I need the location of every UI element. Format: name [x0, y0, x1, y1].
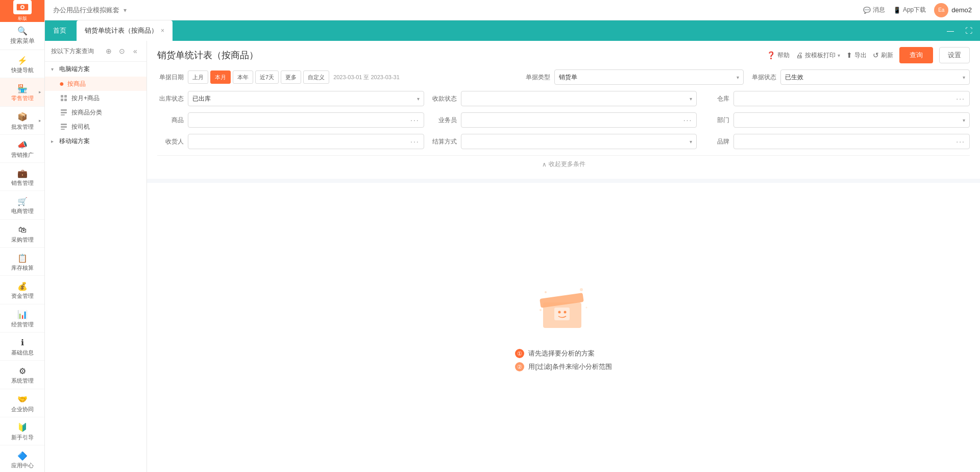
query-button[interactable]: 查询 [899, 47, 933, 63]
finance-label: 资金管理 [11, 292, 34, 299]
bill-status-value: 已生效 [785, 73, 803, 82]
sidebar-item-purchase[interactable]: 🛍 采购管理 [0, 220, 44, 248]
bill-type-input[interactable]: 销货单 ▾ [554, 69, 744, 85]
guide-label: 新手引导 [11, 434, 34, 441]
tab-maximize-button[interactable]: ⛶ [962, 23, 976, 38]
help-icon: ❓ [767, 51, 775, 59]
sidebar-item-guide[interactable]: 🔰 新手引导 [0, 417, 44, 445]
sidebar-item-finance[interactable]: 💰 资金管理 [0, 276, 44, 304]
apps-icon: 🔷 [17, 451, 28, 461]
export-button[interactable]: ⬆ 导出 [846, 51, 867, 60]
tree-desktop-group[interactable]: ▾ 电脑端方案 [45, 62, 146, 77]
filter-warehouse: 仓库 ··· [703, 91, 970, 106]
sidebar-item-enterprise[interactable]: 🤝 企业协同 [0, 389, 44, 417]
empty-box-svg [533, 279, 594, 331]
finance-icon: 💰 [17, 281, 28, 291]
date-last-month-button[interactable]: 上月 [188, 70, 208, 84]
export-icon: ⬆ [846, 51, 852, 59]
page-title: 销货单统计表（按商品） [157, 49, 258, 61]
user-name: demo2 [951, 6, 972, 14]
wholesale-arrow: ▸ [39, 118, 41, 123]
tree-item-by-goods[interactable]: ● 按商品 [45, 77, 146, 91]
system-label: 系统管理 [11, 377, 34, 384]
print-arrow: ▾ [838, 53, 840, 58]
step-1-num: ① [515, 349, 524, 358]
goods-input[interactable]: ··· [188, 112, 424, 128]
sidebar-item-apps[interactable]: 🔷 应用中心 [0, 445, 44, 472]
tab-minimize-button[interactable]: — [943, 23, 958, 38]
sidebar-search-label: 搜索菜单 [10, 37, 35, 45]
topbar-right: 💬 消息 📱 App下载 Ea demo2 [863, 3, 972, 17]
filter-brand: 品牌 ··· [703, 134, 970, 149]
date-this-month-button[interactable]: 本月 [210, 70, 231, 84]
collapse-filters-button[interactable]: ∧ 收起更多条件 [157, 155, 970, 173]
bill-type-value: 销货单 [559, 73, 577, 82]
print-button[interactable]: 🖨 按模板打印 ▾ [796, 51, 840, 60]
help-label: 帮助 [777, 51, 790, 60]
collapse-arrow-icon: ∧ [542, 161, 547, 168]
sidebar-item-quicknav[interactable]: ⚡ 快捷导航 [0, 50, 44, 78]
edit-scheme-button[interactable]: ⊙ [117, 46, 127, 56]
breadcrumb-dropdown[interactable]: ▾ [124, 7, 127, 14]
sidebar-item-wholesale[interactable]: 📦 批发管理 ▸ [0, 107, 44, 135]
quicknav-label: 快捷导航 [11, 66, 34, 74]
refresh-button[interactable]: ↺ 刷新 [873, 51, 893, 60]
tab-close-icon[interactable]: × [161, 27, 164, 34]
empty-state: ① 请先选择要分析的方案 ② 用[过滤]条件来缩小分析范围 [147, 183, 980, 472]
sidebar-item-ecommerce[interactable]: 🛒 电商管理 [0, 191, 44, 219]
step-1-text: 请先选择要分析的方案 [528, 349, 595, 358]
sidebar-item-inventory[interactable]: 📋 库存核算 [0, 248, 44, 276]
filter-row-4: 收货人 ··· 结算方式 ▾ 品牌 [157, 134, 970, 149]
ecommerce-label: 电商管理 [11, 207, 34, 215]
sidebar-item-basic[interactable]: ℹ 基础信息 [0, 333, 44, 361]
enterprise-label: 企业协同 [11, 406, 34, 413]
operations-icon: 📊 [17, 310, 28, 320]
tree-item-by-driver[interactable]: 按司机 [45, 120, 146, 134]
date-more-button[interactable]: 更多 [281, 70, 301, 84]
message-button[interactable]: 💬 消息 [863, 6, 885, 14]
sidebar-item-system[interactable]: ⚙ 系统管理 [0, 361, 44, 389]
payment-status-input[interactable]: ▾ [461, 91, 697, 106]
svg-point-17 [564, 311, 567, 314]
out-status-input[interactable]: 已出库 ▾ [188, 91, 424, 106]
help-button[interactable]: ❓ 帮助 [767, 51, 790, 60]
tree-item-by-category[interactable]: 按商品分类 [45, 105, 146, 120]
date-7days-button[interactable]: 近7天 [255, 70, 279, 84]
warehouse-input[interactable]: ··· [733, 91, 970, 106]
svg-point-19 [580, 288, 583, 291]
tree-item-by-month-goods[interactable]: 按月+商品 [45, 91, 146, 105]
receiver-input[interactable]: ··· [188, 134, 424, 149]
date-custom-button[interactable]: 自定义 [303, 70, 329, 84]
collapse-panel-button[interactable]: « [130, 46, 140, 56]
brand-input[interactable]: ··· [733, 134, 970, 149]
tree-mobile-group[interactable]: ▸ 移动端方案 [45, 134, 146, 149]
tab-sales-stats[interactable]: 销货单统计表（按商品） × [77, 20, 173, 41]
svg-point-16 [558, 311, 561, 314]
collapse-label: 收起更多条件 [549, 160, 585, 169]
date-this-year-button[interactable]: 本年 [233, 70, 253, 84]
app-download-button[interactable]: 📱 App下载 [893, 6, 926, 14]
sub-icon-2 [59, 108, 68, 117]
filter-out-status: 出库状态 已出库 ▾ [157, 91, 424, 106]
svg-rect-10 [61, 124, 67, 125]
bill-status-input[interactable]: 已生效 ▾ [780, 69, 970, 85]
sidebar-item-retail[interactable]: 🏪 零售管理 ▸ [0, 78, 44, 106]
salesperson-input[interactable]: ··· [461, 112, 697, 128]
sidebar-search-section[interactable]: 🔍 搜索菜单 [0, 22, 44, 50]
brand-dots: ··· [956, 137, 965, 146]
warehouse-label: 仓库 [703, 95, 733, 103]
inventory-label: 库存核算 [11, 264, 34, 271]
user-info[interactable]: Ea demo2 [934, 3, 972, 17]
ecommerce-icon: 🛒 [17, 196, 28, 206]
tab-home[interactable]: 首页 [45, 20, 75, 41]
sidebar-item-marketing[interactable]: 📣 营销推广 [0, 135, 44, 163]
sidebar-item-sales[interactable]: 💼 销售管理 [0, 163, 44, 191]
sidebar-item-operations[interactable]: 📊 经营管理 [0, 304, 44, 333]
add-scheme-button[interactable]: ⊕ [104, 46, 114, 56]
settlement-input[interactable]: ▾ [461, 134, 697, 149]
filter-settlement: 结算方式 ▾ [430, 134, 697, 149]
department-input[interactable]: ▾ [733, 112, 970, 128]
settings-button[interactable]: 设置 [939, 47, 970, 63]
left-panel-actions: ⊕ ⊙ « [104, 46, 140, 56]
filter-bill-status: 单据状态 已生效 ▾ [750, 69, 970, 85]
